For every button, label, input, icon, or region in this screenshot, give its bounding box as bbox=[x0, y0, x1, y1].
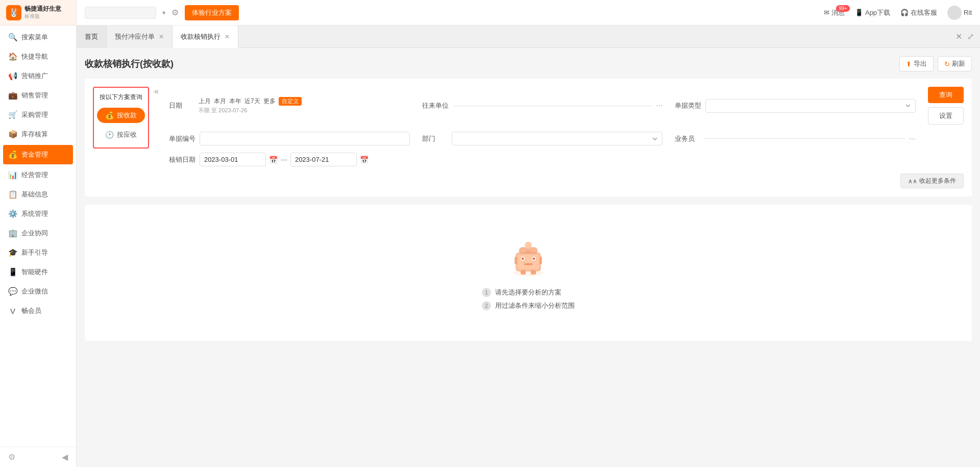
query-btn[interactable]: 查询 bbox=[928, 87, 964, 103]
collapse-conditions-btn[interactable]: ∧∧ 收起更多条件 bbox=[900, 174, 964, 188]
filter-by-receipt[interactable]: 💰 按收款 bbox=[97, 108, 145, 123]
sidebar-item-purchase[interactable]: 🛒采购管理 bbox=[0, 105, 76, 125]
tab-prepay-label: 预付冲应付单 bbox=[115, 32, 155, 41]
refresh-btn[interactable]: ↻ 刷新 bbox=[938, 56, 972, 71]
svg-rect-8 bbox=[514, 257, 517, 264]
date-this-month[interactable]: 本月 bbox=[214, 97, 226, 106]
sidebar-icon-enterprise: 🏢 bbox=[8, 229, 17, 238]
export-btn[interactable]: ⬆ 导出 bbox=[899, 56, 934, 71]
sidebar-item-finance[interactable]: 💰资金管理 bbox=[3, 145, 73, 164]
sidebar-icon-sales: 💼 bbox=[8, 91, 17, 100]
sidebar-item-quick-nav[interactable]: 🏠快捷导航 bbox=[0, 47, 76, 66]
collapse-filter-sidebar-btn[interactable]: « bbox=[152, 87, 161, 96]
app-download-label: App下载 bbox=[865, 8, 890, 17]
app-icon: 📱 bbox=[855, 9, 863, 16]
sidebar-item-member[interactable]: V畅会员 bbox=[0, 301, 76, 321]
date-label: 日期 bbox=[169, 101, 194, 110]
user-display[interactable]: Rit bbox=[947, 6, 972, 20]
logo-text: 畅捷通好生意 标准版 bbox=[24, 5, 61, 20]
sidebar-item-wecom[interactable]: 💬企业微信 bbox=[0, 282, 76, 301]
bill-no-input[interactable] bbox=[200, 132, 410, 145]
bill-type-select[interactable] bbox=[705, 99, 916, 113]
collapse-sidebar-icon[interactable]: ◀ bbox=[62, 452, 68, 462]
tab-prepay[interactable]: 预付冲应付单 ✕ bbox=[107, 26, 173, 48]
verify-date-start-icon[interactable]: 📅 bbox=[269, 156, 278, 164]
dropdown-icon[interactable]: ▾ bbox=[162, 9, 165, 16]
empty-state: 1 请先选择要分析的方案 2 用过滤条件来缩小分析范围 bbox=[85, 205, 972, 341]
tip-num-2: 2 bbox=[482, 301, 491, 310]
tip-text-1: 请先选择要分析的方案 bbox=[495, 288, 561, 297]
filter-group-bill-no: 单据编号 bbox=[169, 132, 410, 145]
filter-row-3: 核销日期 📅 — 📅 bbox=[169, 153, 964, 166]
sidebar-item-guide[interactable]: 🎓新手引导 bbox=[0, 243, 76, 262]
sidebar-icon-finance: 💰 bbox=[8, 150, 17, 159]
svg-rect-7 bbox=[524, 263, 533, 265]
online-service-btn[interactable]: 🎧 在线客服 bbox=[900, 8, 937, 17]
topbar-right: ✉ 消息 99+ 📱 App下载 🎧 在线客服 Rit bbox=[824, 6, 972, 20]
topbar-gear-icon[interactable]: ⚙ bbox=[172, 8, 179, 17]
sidebar-item-inventory[interactable]: 📦库存核算 bbox=[0, 125, 76, 144]
setting-btn[interactable]: 设置 bbox=[928, 107, 964, 125]
sidebar-label-finance: 资金管理 bbox=[21, 150, 48, 159]
date-last-month[interactable]: 上月 bbox=[199, 97, 211, 106]
maximize-icon[interactable]: ⤢ bbox=[967, 32, 974, 41]
message-icon: ✉ bbox=[824, 9, 829, 16]
sidebar-icon-guide: 🎓 bbox=[8, 248, 17, 257]
svg-rect-11 bbox=[531, 270, 536, 274]
sidebar-icon-member: V bbox=[8, 307, 17, 315]
tab-prepay-close[interactable]: ✕ bbox=[159, 33, 164, 40]
bill-type-label: 单据类型 bbox=[675, 101, 701, 110]
sidebar-item-marketing[interactable]: 📢营销推广 bbox=[0, 66, 76, 86]
tab-receipt-close[interactable]: ✕ bbox=[225, 33, 230, 40]
filter-by-receivable[interactable]: 🕐 按应收 bbox=[97, 127, 145, 142]
industry-btn[interactable]: 体验行业方案 bbox=[185, 5, 239, 20]
sidebar-label-wecom: 企业微信 bbox=[21, 287, 48, 296]
sidebar-label-guide: 新手引导 bbox=[21, 248, 48, 257]
salesperson-label: 业务员 bbox=[675, 134, 700, 143]
settings-bottom-icon[interactable]: ⚙ bbox=[8, 452, 15, 462]
sidebar-item-enterprise[interactable]: 🏢企业协同 bbox=[0, 224, 76, 243]
messages-btn[interactable]: ✉ 消息 99+ bbox=[824, 8, 845, 17]
sidebar-item-operation[interactable]: 📊经营管理 bbox=[0, 165, 76, 185]
verify-date-start[interactable] bbox=[200, 153, 266, 166]
date-custom-tag[interactable]: 自定义 bbox=[279, 97, 302, 106]
date-last-7[interactable]: 近7天 bbox=[244, 97, 260, 106]
logo-icon: 🐰 bbox=[6, 5, 21, 20]
logo-title: 畅捷通好生意 bbox=[24, 5, 61, 13]
salesperson-dots[interactable]: ··· bbox=[909, 134, 916, 143]
tab-actions: ✕ ⤢ bbox=[955, 32, 980, 41]
tabbar: 首页 预付冲应付单 ✕ 收款核销执行 ✕ ✕ ⤢ bbox=[77, 26, 980, 48]
sidebar-label-marketing: 营销推广 bbox=[21, 71, 48, 81]
sidebar-label-purchase: 采购管理 bbox=[21, 110, 48, 119]
date-more[interactable]: 更多 bbox=[263, 97, 276, 106]
sidebar-label-sales: 销售管理 bbox=[21, 91, 48, 100]
counterpart-dots[interactable]: ··· bbox=[656, 101, 663, 110]
tab-receipt[interactable]: 收款核销执行 ✕ bbox=[173, 26, 238, 48]
verify-date-label: 核销日期 bbox=[169, 155, 195, 164]
filter-row-1: 日期 上月 本月 本年 近7天 更多 自定义 不限 至 2023-07-26 bbox=[169, 87, 964, 125]
svg-rect-10 bbox=[521, 270, 526, 274]
sidebar-item-search-menu[interactable]: 🔍搜索菜单 bbox=[0, 28, 76, 47]
sidebar-icon-inventory: 📦 bbox=[8, 130, 17, 139]
close-window-icon[interactable]: ✕ bbox=[955, 32, 962, 41]
sidebar-label-smart-hw: 智能硬件 bbox=[21, 267, 48, 277]
date-this-year[interactable]: 本年 bbox=[229, 97, 241, 106]
logo-area: 🐰 畅捷通好生意 标准版 bbox=[0, 0, 76, 26]
sidebar-item-smart-hw[interactable]: 📱智能硬件 bbox=[0, 262, 76, 282]
user-name: Rit bbox=[964, 9, 972, 16]
filter-panel: 按以下方案查询 💰 按收款 🕐 按应收 « 日期 bbox=[85, 79, 972, 196]
empty-illustration bbox=[503, 235, 554, 278]
verify-date-end-icon[interactable]: 📅 bbox=[360, 156, 369, 164]
sidebar-item-sales[interactable]: 💼销售管理 bbox=[0, 86, 76, 105]
tab-home[interactable]: 首页 bbox=[77, 26, 107, 48]
dept-select[interactable] bbox=[452, 132, 663, 145]
sidebar-item-system[interactable]: ⚙️系统管理 bbox=[0, 204, 76, 224]
dept-label: 部门 bbox=[422, 134, 448, 143]
topbar-left: ▾ ⚙ 体验行业方案 bbox=[85, 5, 239, 20]
filter-by-receivable-label: 按应收 bbox=[117, 130, 137, 139]
app-download-btn[interactable]: 📱 App下载 bbox=[855, 8, 890, 17]
receivable-icon: 🕐 bbox=[105, 131, 114, 139]
verify-date-end[interactable] bbox=[290, 153, 357, 166]
sidebar-item-basic-info[interactable]: 📋基础信息 bbox=[0, 185, 76, 204]
brand-search-input[interactable] bbox=[85, 7, 156, 19]
